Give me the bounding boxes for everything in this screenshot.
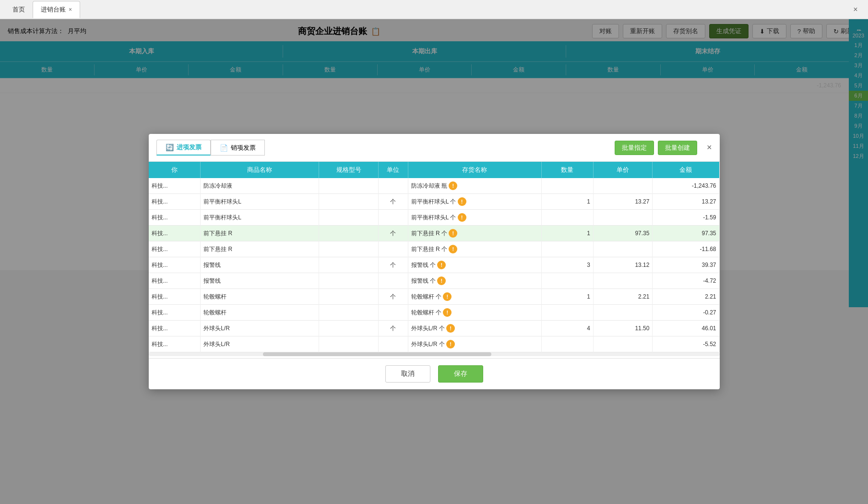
save-button[interactable]: 保存 bbox=[438, 365, 483, 383]
modal-tabs: 🔄 进项发票 📄 销项发票 bbox=[156, 140, 265, 156]
warning-icon: ! bbox=[443, 292, 452, 301]
batch-assign-button[interactable]: 批量指定 bbox=[615, 141, 654, 155]
modal-dialog: 🔄 进项发票 📄 销项发票 批量指定 批量创建 × bbox=[149, 134, 720, 389]
purchase-invoice-icon: 🔄 bbox=[166, 144, 174, 151]
window-close-button[interactable]: × bbox=[848, 2, 863, 17]
table-row: 科技...外球头L/R个外球头L/R 个 !411.5046.01 bbox=[149, 321, 720, 336]
col-unit-price: 单价 bbox=[593, 162, 653, 178]
warning-icon: ! bbox=[446, 340, 455, 348]
table-row: 科技...外球头L/R外球头L/R 个 !-5.52 bbox=[149, 336, 720, 352]
warning-icon: ! bbox=[458, 213, 466, 222]
top-tab-bar: 首页 进销台账 × × bbox=[0, 0, 868, 19]
table-row: 科技...前平衡杆球头L前平衡杆球头L 个 !-1.59 bbox=[149, 210, 720, 226]
warning-icon: ! bbox=[458, 197, 466, 206]
tab-close-icon[interactable]: × bbox=[69, 6, 72, 13]
col-product: 商品名称 bbox=[201, 162, 319, 178]
scrollbar-thumb bbox=[263, 352, 491, 356]
warning-icon: ! bbox=[449, 181, 457, 190]
tab-home[interactable]: 首页 bbox=[5, 1, 33, 18]
col-spec: 规格型号 bbox=[319, 162, 379, 178]
data-table: 你 商品名称 规格型号 单位 存货名称 数量 单价 金额 科技...防冻冷却液防… bbox=[149, 162, 720, 352]
modal-overlay: 🔄 进项发票 📄 销项发票 批量指定 批量创建 × bbox=[0, 19, 868, 504]
warning-icon: ! bbox=[437, 276, 446, 285]
tab-sales-invoice[interactable]: 📄 销项发票 bbox=[211, 140, 265, 156]
col-inventory: 存货名称 bbox=[408, 162, 541, 178]
table-row: 科技...轮毂螺杆轮毂螺杆 个 !-0.27 bbox=[149, 305, 720, 321]
warning-icon: ! bbox=[449, 229, 457, 238]
warning-icon: ! bbox=[449, 245, 457, 253]
modal-close-button[interactable]: × bbox=[707, 143, 712, 153]
modal-header: 🔄 进项发票 📄 销项发票 批量指定 批量创建 × bbox=[149, 134, 720, 162]
invoice-table: 你 商品名称 规格型号 单位 存货名称 数量 单价 金额 科技...防冻冷却液防… bbox=[149, 162, 720, 352]
warning-icon: ! bbox=[443, 308, 452, 317]
col-quantity: 数量 bbox=[541, 162, 593, 178]
warning-icon: ! bbox=[446, 324, 455, 333]
table-row: 科技...报警线报警线 个 !-4.72 bbox=[149, 273, 720, 289]
table-row: 科技...前平衡杆球头L个前平衡杆球头L 个 !113.2713.27 bbox=[149, 194, 720, 210]
table-row: 科技...前下悬挂 R个前下悬挂 R 个 !197.3597.35 bbox=[149, 226, 720, 241]
cancel-button[interactable]: 取消 bbox=[385, 365, 430, 383]
tab-ledger[interactable]: 进销台账 × bbox=[33, 1, 80, 18]
table-row: 科技...报警线个报警线 个 !313.1239.37 bbox=[149, 257, 720, 273]
col-company: 你 bbox=[149, 162, 201, 178]
modal-actions: 批量指定 批量创建 bbox=[615, 141, 697, 155]
modal-footer: 取消 保存 bbox=[149, 358, 720, 389]
batch-create-button[interactable]: 批量创建 bbox=[658, 141, 697, 155]
warning-icon: ! bbox=[437, 261, 446, 269]
table-row: 科技...防冻冷却液防冻冷却液 瓶 !-1,243.76 bbox=[149, 178, 720, 194]
col-amount: 金额 bbox=[653, 162, 719, 178]
col-unit: 单位 bbox=[378, 162, 408, 178]
table-row: 科技...前下悬挂 R前下悬挂 R 个 !-11.68 bbox=[149, 241, 720, 257]
sales-invoice-icon: 📄 bbox=[220, 144, 228, 152]
table-row: 科技...轮毂螺杆个轮毂螺杆 个 !12.212.21 bbox=[149, 289, 720, 305]
tab-purchase-invoice[interactable]: 🔄 进项发票 bbox=[156, 140, 211, 156]
horizontal-scrollbar[interactable] bbox=[149, 352, 720, 356]
